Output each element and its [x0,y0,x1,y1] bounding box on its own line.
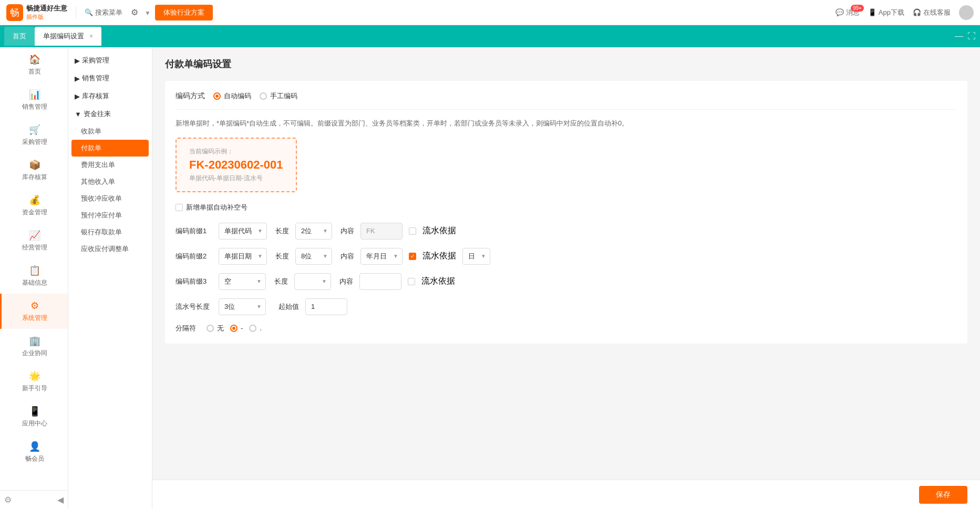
topbar: 畅 畅捷通好生意 插件版 🔍 搜索菜单 ⚙ ▼ 体验行业方案 💬 消息 99+ … [0,0,980,25]
main-layout: 🏠 首页 📊 销售管理 🛒 采购管理 📦 库存核算 💰 资金管理 📈 经营管理 … [0,47,980,509]
start-value-input[interactable] [305,298,347,315]
separator-label: 分隔符 [176,324,196,333]
dropdown-toggle[interactable]: ▼ [145,8,151,17]
content2-label: 内容 [341,252,354,261]
messages-badge: 99+ [851,5,864,12]
sidebar-item-system[interactable]: ⚙ 系统管理 [0,294,68,329]
sub-menu-finance: ▼ 资金往来 收款单 付款单 费用支出单 其他收入单 预收冲应收单 预付冲应付单… [68,105,152,257]
collapse-icon[interactable]: ◀ [57,495,64,505]
sub-menu-finance-title[interactable]: ▼ 资金往来 [68,105,152,123]
length3-select[interactable] [294,273,331,290]
sub-menu-item-income[interactable]: 其他收入单 [68,173,152,190]
app-download-button[interactable]: 📱 App下载 [868,8,904,17]
minimize-icon[interactable]: — [955,32,963,41]
avatar[interactable] [959,5,974,20]
content2-select[interactable]: 年月日 [360,248,403,265]
page-title: 付款单编码设置 [165,58,967,70]
save-button[interactable]: 保存 [919,486,967,504]
separator-none-option[interactable]: 无 [207,324,224,333]
sub-menu-item-adjustment[interactable]: 应收应付调整单 [68,241,152,257]
encode-mode-label: 编码方式 [176,91,205,101]
sidebar-item-guide[interactable]: 🌟 新手引导 [0,364,68,399]
separator-dot-option[interactable]: . [249,324,262,332]
sub-menu-item-payment[interactable]: 付款单 [71,140,149,157]
online-service-button[interactable]: 🎧 在线客服 [913,8,951,17]
auto-encode-option[interactable]: 自动编码 [213,91,251,101]
sub-menu-item-bank[interactable]: 银行存取款单 [68,224,152,241]
tab-encode-settings[interactable]: 单据编码设置 × [35,27,101,46]
sub-menu-inventory-title[interactable]: ▶ 库存核算 [68,87,152,105]
content2-select-wrapper: 年月日 ▼ [360,248,403,265]
home-icon: 🏠 [29,54,40,65]
separator-dash-option[interactable]: - [230,324,243,332]
topbar-divider [76,6,76,19]
content1-input[interactable] [360,223,403,240]
member-icon: 👤 [29,441,40,452]
encode-mode-section: 编码方式 自动编码 手工编码 [176,91,957,110]
stream3-checkbox[interactable] [408,278,415,285]
auto-encode-radio[interactable] [213,92,221,100]
separator-dot-radio[interactable] [249,325,256,332]
industry-button[interactable]: 体验行业方案 [155,5,213,20]
manual-encode-radio[interactable] [260,92,267,100]
sales-icon: 📊 [29,89,40,100]
content3-input[interactable] [359,273,401,290]
prefix1-select[interactable]: 单据代码 [219,223,267,240]
length2-select[interactable]: 8位 [295,248,332,265]
prefix1-select-wrapper: 单据代码 ▼ [219,223,267,240]
stream2-sub-select[interactable]: 日 [462,248,490,265]
arrow-icon: ▶ [75,57,80,65]
operation-icon: 📈 [29,230,40,241]
serial-length-select[interactable]: 3位 [219,298,266,315]
stream2-checkbox[interactable]: ✓ [409,253,416,260]
sub-menu-purchase-title[interactable]: ▶ 采购管理 [68,51,152,69]
basic-icon: 📋 [29,265,40,276]
sub-menu-sales-title[interactable]: ▶ 销售管理 [68,69,152,87]
sidebar-item-member[interactable]: 👤 畅会员 [0,434,68,470]
length3-label: 长度 [274,277,288,286]
topbar-right: 💬 消息 99+ 📱 App下载 🎧 在线客服 [835,5,974,20]
stream1-checkbox[interactable] [409,227,416,235]
sub-menu-item-expense[interactable]: 费用支出单 [68,157,152,173]
prefix1-label: 编码前缀1 [176,226,212,236]
separator-dash-radio[interactable] [230,325,238,332]
sidebar-item-finance[interactable]: 💰 资金管理 [0,188,68,223]
sub-menu-item-prepay-receivable[interactable]: 预收冲应收单 [68,190,152,207]
sidebar-item-operation[interactable]: 📈 经营管理 [0,223,68,258]
sidebar-item-sales[interactable]: 📊 销售管理 [0,82,68,118]
sidebar-item-inventory[interactable]: 📦 库存核算 [0,153,68,188]
auto-fill-row: 新增单据自动补空号 [176,203,957,212]
messages-button[interactable]: 💬 消息 99+ [835,8,860,17]
auto-fill-checkbox[interactable] [176,204,183,211]
tab-close-icon[interactable]: × [89,33,93,40]
sub-menu-item-receipt[interactable]: 收款单 [68,123,152,140]
stream3-label: 流水依据 [421,276,455,287]
manual-encode-option[interactable]: 手工编码 [260,91,297,101]
prefix3-select[interactable]: 空 [219,273,266,290]
page-footer: 保存 [152,480,980,509]
gear-settings[interactable]: ⚙ [131,7,138,17]
maximize-icon[interactable]: ⛶ [967,32,976,41]
separator-none-radio[interactable] [207,325,214,332]
settings-card: 编码方式 自动编码 手工编码 新增单据时，*单据编码*自动生成，不可编 [165,81,967,344]
start-value-label: 起始值 [278,302,299,311]
prefix2-select[interactable]: 单据日期 [219,248,267,265]
arrow-icon: ▶ [75,75,80,82]
sidebar-item-basic[interactable]: 📋 基础信息 [0,258,68,294]
arrow-icon: ▶ [75,92,80,100]
sidebar-item-app[interactable]: 📱 应用中心 [0,399,68,434]
sidebar-item-purchase[interactable]: 🛒 采购管理 [0,118,68,153]
sidebar-item-home[interactable]: 🏠 首页 [0,47,68,82]
sub-menu-item-prepay-payable[interactable]: 预付冲应付单 [68,207,152,224]
inventory-icon: 📦 [29,159,40,171]
settings-icon[interactable]: ⚙ [4,495,12,505]
encode-prefix-row-1: 编码前缀1 单据代码 ▼ 长度 2位 [176,223,957,240]
search-menu[interactable]: 🔍 搜索菜单 [85,8,122,17]
sub-menu-inventory: ▶ 库存核算 [68,87,152,105]
tab-home[interactable]: 首页 [4,27,35,46]
content: ▶ 采购管理 ▶ 销售管理 ▶ 库存核算 [68,47,980,509]
length3-select-wrapper: ▼ [294,273,331,290]
sidebar-item-enterprise[interactable]: 🏢 企业协同 [0,329,68,364]
length1-select[interactable]: 2位 [295,223,332,240]
preview-code: FK-20230602-001 [189,158,283,172]
